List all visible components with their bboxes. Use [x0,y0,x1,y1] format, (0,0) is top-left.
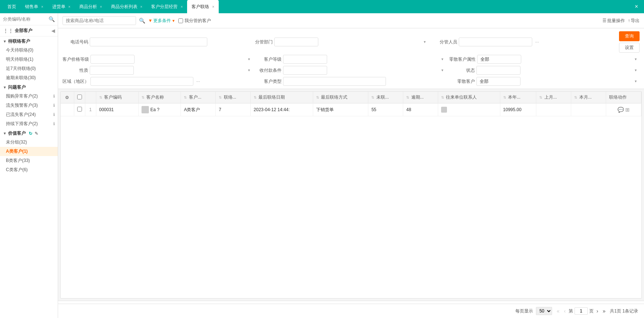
filter-phone-input[interactable] [90,38,207,46]
nav-close-3[interactable]: × [140,5,143,9]
filter-retail-customer-select[interactable]: 全部 [476,77,520,86]
filter-status-select[interactable] [476,66,520,75]
col-name-sort[interactable]: ⇅ [142,95,144,99]
filter-customer-type-input[interactable] [283,77,386,86]
sidebar-item-declining[interactable]: 持续下滑客户(2) ℹ [0,119,58,128]
nav-tab-5[interactable]: 客户联络 × [187,0,219,13]
value-group-edit[interactable]: ✎ [35,131,38,136]
nav-home[interactable]: 首页 [3,0,21,13]
sidebar-item-overdue[interactable]: 逾期未联络(30) [0,73,58,82]
col-overdue-sort[interactable]: ⇅ [406,95,409,99]
filter-region-more[interactable]: ··· [195,79,201,84]
page-number-input[interactable] [575,307,588,315]
col-level-sort[interactable]: ⇅ [184,95,187,99]
nav-close-1[interactable]: × [68,5,71,9]
sidebar-item-class-a[interactable]: A类客户(1) [0,147,58,156]
sidebar-item-loss-warning[interactable]: 流失预警客户(3) ℹ [0,101,58,110]
problem-group-arrow[interactable]: ▼ [3,85,7,89]
pending-group-arrow[interactable]: ▼ [3,39,7,43]
filter-payment-select[interactable] [283,66,327,75]
sidebar-item-class-b[interactable]: B类客户(33) [0,156,58,165]
sidebar-search-input[interactable] [3,17,47,22]
sidebar-item-abnormal[interactable]: 囤购异常客户(2) ℹ [0,92,58,101]
sidebar-item-lost[interactable]: 已流失客户(24) ℹ [0,110,58,119]
select-all-checkbox[interactable] [77,95,82,99]
filter-manager-input[interactable] [459,38,532,46]
info-icon-3[interactable]: ℹ [53,121,55,126]
export-button[interactable]: ↑ 导出 [628,18,640,24]
nav-close-5[interactable]: × [212,5,214,9]
filter-row-2: 客户价格等级 客户等级 零散客户属性 全部 [62,55,640,64]
filter-dept-select[interactable] [274,38,318,46]
col-method-sort[interactable]: ⇅ [316,95,319,99]
customer-table: ⚙ ⇅ 客户编码 ⇅ 客户名称 [61,92,641,116]
filter-manager-more[interactable]: ··· [534,39,540,45]
value-group-refresh[interactable]: ↻ [29,131,32,136]
sidebar-item-7days[interactable]: 近7天待联络(0) [0,64,58,73]
horizontal-scrollbar[interactable] [58,301,644,304]
my-customers-checkbox[interactable] [178,18,183,23]
col-last-month-sort[interactable]: ⇅ [539,95,542,99]
per-page-select[interactable]: 50 [536,307,552,315]
filter-more-button[interactable]: ▼ 更多条件 ▼ [148,18,175,24]
settings-button[interactable]: 设置 [619,43,640,53]
nav-close-2[interactable]: × [100,5,102,9]
filter-manager-label: 分管人员 [432,39,457,45]
action-chat-icon[interactable]: 💬 [618,107,624,113]
col-code-sort[interactable]: ⇅ [99,95,102,99]
nav-tab-0[interactable]: 销售单 × [21,0,48,13]
filter-nature-select[interactable] [90,66,134,75]
sidebar-search-icon[interactable]: 🔍 [49,16,55,22]
last-page-button[interactable]: » [601,307,607,315]
nav-tab-4[interactable]: 客户分层经营 × [147,0,187,13]
row-checkbox[interactable] [77,107,82,112]
nav-tab-2[interactable]: 商品分析 × [75,0,107,13]
sidebar: 🔍 ⋮⋮ 全部客户 ◀ ▼ 待联络客户 今天待联络(0) 明天待联络(1) 近7… [0,13,58,318]
sidebar-collapse-icon[interactable]: ◀ [51,28,55,33]
sidebar-item-class-c[interactable]: C类客户(6) [0,165,58,174]
col-contact-sort[interactable]: ⇅ [219,95,222,99]
filter-retail-attr-select[interactable]: 全部 [477,55,521,64]
nav-close-0[interactable]: × [41,5,43,9]
nav-tab-3[interactable]: 商品分析列表 × [107,0,147,13]
filter-price-level-select[interactable] [90,55,135,64]
filter-customer-level-select[interactable] [283,55,327,64]
batch-operations-button[interactable]: ☰ 批量操作 [602,18,625,24]
col-company-sort[interactable]: ⇅ [441,95,444,99]
last-method-link[interactable]: 下销货单 [316,107,334,112]
action-grid-icon[interactable]: ⊞ [625,107,630,113]
col-last-contact-date: ⇅ 最后联络日期 [251,92,313,103]
first-page-button[interactable]: « [555,307,561,315]
my-customers-checkbox-label[interactable]: 我分管的客户 [178,18,211,24]
info-icon-0[interactable]: ℹ [53,94,55,99]
col-this-month: ⇅ 本月... [571,92,606,103]
col-no-contact-sort[interactable]: ⇅ [371,95,374,99]
row-contact: 7 [216,103,251,116]
info-icon-1[interactable]: ℹ [53,103,55,108]
filter-retail-customer-label: 零散客户 [449,78,475,85]
row-action-cell: 💬 ⊞ [606,103,641,116]
prev-page-button[interactable]: ‹ [562,307,567,315]
filter-search-icon[interactable]: 🔍 [139,18,145,24]
filter-actions: 查询 设置 [619,31,640,53]
query-button[interactable]: 查询 [619,31,640,41]
filter-region-input[interactable] [90,77,193,86]
nav-tab-1[interactable]: 进货单 × [48,0,75,13]
info-icon-2[interactable]: ℹ [53,112,55,117]
filter-nature-label: 性质 [62,67,88,74]
sidebar-item-unclassified[interactable]: 未分组(32) [0,138,58,147]
window-close-button[interactable]: × [632,3,641,10]
sidebar-item-tomorrow[interactable]: 明天待联络(1) [0,55,58,64]
col-year-sort[interactable]: ⇅ [503,95,506,99]
filter-customer-type-field: 客户类型 [256,77,446,86]
sidebar-item-today[interactable]: 今天待联络(0) [0,46,58,55]
col-date-sort[interactable]: ⇅ [254,95,257,99]
value-group-arrow[interactable]: ▼ [3,131,7,135]
col-this-month-sort[interactable]: ⇅ [574,95,577,99]
nav-close-4[interactable]: × [180,5,183,9]
settings-icon[interactable]: ⚙ [65,95,69,100]
sidebar-all-customers[interactable]: ⋮⋮ 全部客户 ◀ [0,25,58,36]
row-last-month [536,103,571,116]
next-page-button[interactable]: › [595,307,600,315]
filter-search-input[interactable] [62,16,136,25]
